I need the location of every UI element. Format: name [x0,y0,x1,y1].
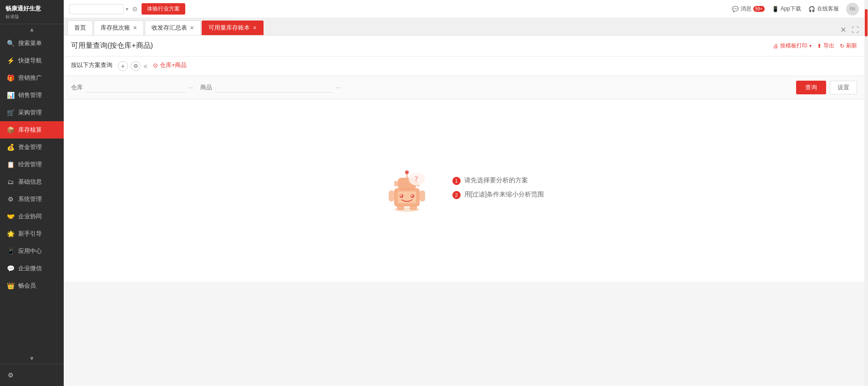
tab-close-all-button[interactable]: ✕ [838,25,848,35]
export-icon: ⬆ [817,43,822,49]
tab-batch-ledger[interactable]: 库存批次账 ✕ [94,21,144,35]
tab-receive-summary-close[interactable]: ✕ [190,25,194,31]
scrollbar-thumb[interactable] [865,9,868,36]
filter-scheme-item[interactable]: ⊙ 仓库+商品 [153,61,187,69]
svg-point-9 [405,170,409,174]
goods-field: 商品 ··· [200,82,340,93]
tab-expand-button[interactable]: ⛶ [850,25,861,35]
print-button[interactable]: 🖨 按模板打印 ▾ [773,42,812,50]
star-icon: 🌟 [6,230,15,237]
avatar[interactable]: Rit [846,3,859,15]
sidebar-item-inventory[interactable]: 📦 库存核算 [0,121,64,139]
chevron-down-icon[interactable]: ▾ [126,6,128,12]
refresh-button[interactable]: ↻ 刷新 [840,42,857,50]
tip-num-1: 1 [452,177,461,185]
page-title: 可用量查询(按仓库+商品) [71,41,153,51]
warehouse-more-icon[interactable]: ··· [188,84,193,91]
sidebar-settings[interactable]: ⚙ [0,368,64,382]
sidebar-item-shortcut[interactable]: ⚡ 快捷导航 [0,52,64,69]
sidebar-item-search[interactable]: 🔍 搜索菜单 [0,35,64,52]
export-label: 导出 [823,42,834,50]
sidebar-item-label: 基础信息 [18,178,42,186]
scheme-icon: ⊙ [153,62,158,69]
topbar-right: 💬 消息 99+ 📱 App下载 🎧 在线客服 Rit [732,3,859,15]
query-button[interactable]: 查询 [796,81,826,94]
sidebar-item-label: 畅会员 [18,282,36,290]
sidebar-item-member[interactable]: 👑 畅会员 [0,277,64,294]
goods-more-icon[interactable]: ··· [336,84,340,91]
filter-collapse-icon[interactable]: « [143,62,147,70]
sidebar-item-finance[interactable]: 💰 资金管理 [0,139,64,156]
svg-text:?: ? [415,175,418,183]
sidebar-item-label: 库存核算 [18,126,42,134]
handshake-icon: 🤝 [6,213,15,220]
sidebar-item-label: 采购管理 [18,108,42,117]
empty-tip-2: 2 用[过滤]条件来缩小分析范围 [452,190,544,199]
main-area: ▾ ⚙ 体验行业方案 💬 消息 99+ 📱 App下载 🎧 在线客服 Rit [64,0,864,386]
refresh-icon: ↻ [840,43,844,49]
tab-home[interactable]: 首页 [67,21,93,35]
refresh-label: 刷新 [846,42,857,50]
goods-input[interactable] [215,82,333,93]
sidebar-bottom: ⚙ [0,364,64,386]
filter-settings-button[interactable]: ⚙ [131,61,141,71]
settings-button[interactable]: 设置 [830,81,857,94]
tab-batch-ledger-close[interactable]: ✕ [133,25,137,31]
filter-label-text: 按以下方案查询 [71,61,112,69]
gift-icon: 🎁 [6,74,15,82]
message-button[interactable]: 💬 消息 99+ [732,5,765,13]
sidebar-item-appstore[interactable]: 📱 应用中心 [0,242,64,260]
message-badge: 99+ [753,6,765,12]
warehouse-field: 仓库 ··· [71,82,193,93]
topbar-gear-icon[interactable]: ⚙ [132,5,138,13]
sidebar-menu: 🔍 搜索菜单 ⚡ 快捷导航 🎁 营销推广 📊 销售管理 🛒 采购管理 📦 库存核… [0,35,64,353]
tip-num-2: 2 [452,191,461,199]
clipboard-icon: 📋 [6,161,15,168]
online-service-label: 在线客服 [817,5,839,13]
svg-rect-13 [410,206,417,210]
warehouse-input[interactable] [86,82,186,93]
folder-icon: 🗂 [6,178,15,185]
tabbar-actions: ✕ ⛶ [838,25,861,35]
filter-bar: 按以下方案查询 + ⚙ « ⊙ 仓库+商品 [64,57,864,76]
tab-available-ledger[interactable]: 可用量库存账本 ✕ [202,21,264,35]
app-download-label: App下载 [781,5,801,13]
search-input[interactable] [69,4,124,14]
sidebar-item-guide[interactable]: 🌟 新手引导 [0,225,64,242]
content-area: 可用量查询(按仓库+商品) 🖨 按模板打印 ▾ ⬆ 导出 ↻ 刷新 [64,36,864,386]
headset-icon: 🎧 [808,6,815,12]
online-service-button[interactable]: 🎧 在线客服 [808,5,839,13]
sidebar-scroll-up[interactable]: ▲ [0,24,64,35]
industry-solution-button[interactable]: 体验行业方案 [142,3,185,15]
tab-home-label: 首页 [74,24,86,32]
sidebar: 畅康通好生意 标准版 ▲ 🔍 搜索菜单 ⚡ 快捷导航 🎁 营销推广 📊 销售管理… [0,0,64,386]
sidebar-item-operations[interactable]: 📋 经营管理 [0,156,64,173]
print-icon: 🖨 [773,43,778,49]
topbar-search: ▾ [69,4,128,14]
sidebar-item-label: 新手引导 [18,230,42,238]
tab-available-ledger-close[interactable]: ✕ [253,25,257,31]
print-chevron-icon[interactable]: ▾ [809,43,812,48]
sidebar-item-basic[interactable]: 🗂 基础信息 [0,173,64,190]
sidebar-item-wechat[interactable]: 💬 企业微信 [0,260,64,277]
sidebar-item-marketing[interactable]: 🎁 营销推广 [0,69,64,87]
sidebar-item-system[interactable]: ⚙ 系统管理 [0,190,64,208]
right-scrollbar[interactable] [864,0,868,386]
tab-receive-summary[interactable]: 收发存汇总表 ✕ [145,21,201,35]
svg-rect-15 [420,190,425,201]
tip-text-2: 用[过滤]条件来缩小分析范围 [464,190,544,199]
page-header: 可用量查询(按仓库+商品) 🖨 按模板打印 ▾ ⬆ 导出 ↻ 刷新 [64,36,864,57]
sidebar-item-enterprise[interactable]: 🤝 企业协同 [0,208,64,225]
sidebar-item-label: 搜索菜单 [18,39,42,47]
filter-add-button[interactable]: + [118,61,128,71]
sidebar-item-purchase[interactable]: 🛒 采购管理 [0,104,64,121]
sidebar-item-label: 销售管理 [18,91,42,99]
sidebar-item-sales[interactable]: 📊 销售管理 [0,87,64,104]
chat-icon: 💬 [6,265,15,272]
message-label: 消息 [741,5,751,13]
tab-available-ledger-label: 可用量库存账本 [208,24,250,32]
chart-icon: 📊 [6,92,15,99]
app-download-button[interactable]: 📱 App下载 [772,5,801,13]
export-button[interactable]: ⬆ 导出 [817,42,834,50]
sidebar-scroll-down[interactable]: ▼ [0,353,64,364]
